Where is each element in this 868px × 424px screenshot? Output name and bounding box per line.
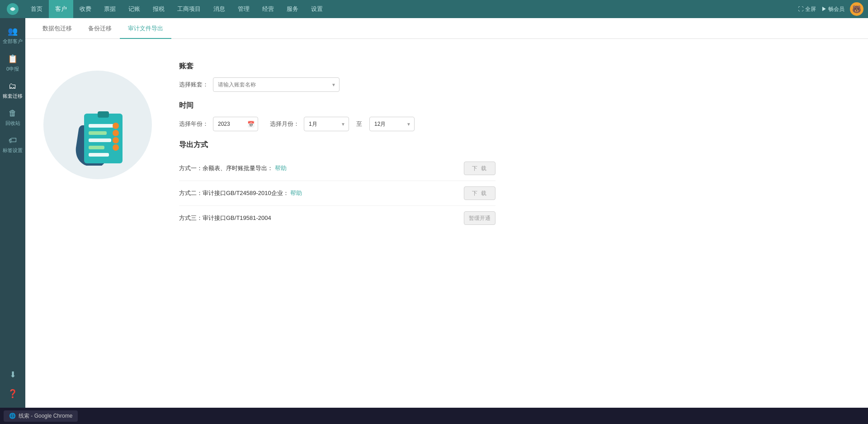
nav-business[interactable]: 工商项目 bbox=[171, 0, 207, 18]
migration-icon: 🗂 bbox=[9, 81, 17, 91]
tab-backup-migration[interactable]: 备份迁移 bbox=[80, 19, 120, 39]
export-section-title: 导出方式 bbox=[179, 140, 495, 150]
nav-messages[interactable]: 消息 bbox=[207, 0, 231, 18]
nav-home[interactable]: 首页 bbox=[24, 0, 49, 18]
main-content: 数据包迁移 备份迁移 审计文件导出 bbox=[25, 18, 868, 408]
sidebar-item-all-customers[interactable]: 👥 全部客户 bbox=[0, 22, 25, 49]
sidebar-item-recycle-label: 回收站 bbox=[5, 120, 20, 127]
tab-data-migration[interactable]: 数据包迁移 bbox=[34, 19, 80, 39]
method-3-unlock-btn[interactable]: 暂缓开通 bbox=[464, 211, 495, 225]
tabs-bar: 数据包迁移 备份迁移 审计文件导出 bbox=[25, 18, 868, 39]
chrome-icon: 🌐 bbox=[9, 413, 16, 419]
export-method-3: 方式三：审计接口GB/T19581-2004 暂缓开通 bbox=[179, 206, 495, 230]
sidebar-item-declaration[interactable]: 📋 0申报 bbox=[0, 49, 25, 77]
month-start-wrapper: 1月2月3月 4月5月6月 7月8月9月 10月11月12月 ▼ bbox=[304, 117, 349, 131]
method-1-download-btn[interactable]: 下 载 bbox=[464, 162, 495, 175]
method-3-label: 方式三：审计接口GB/T19581-2004 bbox=[179, 214, 271, 222]
illustration-circle bbox=[43, 71, 152, 179]
app-logo bbox=[5, 1, 21, 17]
account-label: 选择账套： bbox=[179, 81, 208, 89]
svg-rect-7 bbox=[89, 153, 109, 157]
svg-rect-3 bbox=[89, 124, 113, 128]
account-form-row: 选择账套： ▼ bbox=[179, 77, 495, 92]
month-end-select[interactable]: 1月2月3月 4月5月6月 7月8月9月 10月11月12月 bbox=[369, 117, 415, 131]
year-input[interactable] bbox=[213, 117, 258, 131]
taskbar: 🌐 线索 - Google Chrome bbox=[0, 408, 868, 424]
svg-point-10 bbox=[113, 137, 119, 143]
nav-customers[interactable]: 客户 bbox=[49, 0, 73, 18]
sidebar-item-declaration-label: 0申报 bbox=[6, 66, 19, 72]
top-navigation: 首页 客户 收费 票据 记账 报税 工商项目 消息 管理 经营 服务 设置 ⛶ … bbox=[0, 0, 868, 18]
svg-rect-4 bbox=[89, 131, 107, 135]
svg-point-11 bbox=[113, 144, 119, 151]
svg-point-8 bbox=[113, 123, 119, 129]
sidebar-item-migration-label: 账套迁移 bbox=[3, 93, 23, 100]
help-icon: ❓ bbox=[8, 389, 18, 399]
tag-icon: 🏷 bbox=[9, 136, 17, 145]
method-2-label: 方式二：审计接口GB/T24589-2010企业： 帮助 bbox=[179, 189, 302, 197]
sidebar-item-tag-label: 标签设置 bbox=[3, 147, 23, 154]
recycle-icon: 🗑 bbox=[9, 109, 17, 118]
taskbar-chrome-label: 线索 - Google Chrome bbox=[19, 412, 72, 420]
month-end-wrapper: 1月2月3月 4月5月6月 7月8月9月 10月11月12月 ▼ bbox=[369, 117, 415, 131]
vip-btn[interactable]: ▶ 畅会员 bbox=[821, 5, 844, 13]
year-label: 选择年份： bbox=[179, 120, 208, 128]
sidebar-item-all-customers-label: 全部客户 bbox=[3, 38, 23, 45]
nav-service[interactable]: 服务 bbox=[280, 0, 305, 18]
nav-management[interactable]: 管理 bbox=[231, 0, 256, 18]
tab-audit-export[interactable]: 审计文件导出 bbox=[120, 19, 171, 39]
user-avatar[interactable]: 🐻 bbox=[850, 2, 863, 16]
nav-accounting[interactable]: 记账 bbox=[122, 0, 146, 18]
svg-rect-2 bbox=[98, 111, 109, 118]
nav-invoices[interactable]: 票据 bbox=[98, 0, 122, 18]
year-input-wrapper: 📅 bbox=[213, 117, 258, 131]
declaration-icon: 📋 bbox=[8, 54, 18, 64]
top-nav-right: ⛶ 全屏 ▶ 畅会员 🐻 bbox=[798, 2, 863, 16]
form-section: 账套 选择账套： ▼ 时间 选择年份： 📅 bbox=[179, 52, 495, 394]
time-section-title: 时间 bbox=[179, 101, 495, 110]
method-1-label: 方式一：余额表、序时账批量导出： 帮助 bbox=[179, 164, 287, 172]
sidebar-help[interactable]: ❓ bbox=[0, 384, 25, 403]
svg-rect-6 bbox=[89, 146, 104, 149]
illustration-section bbox=[43, 52, 152, 394]
nav-fees[interactable]: 收费 bbox=[73, 0, 98, 18]
method-1-help-link[interactable]: 帮助 bbox=[275, 165, 287, 172]
sidebar-item-recycle[interactable]: 🗑 回收站 bbox=[0, 104, 25, 131]
account-select-wrapper: ▼ bbox=[213, 77, 340, 92]
month-start-select[interactable]: 1月2月3月 4月5月6月 7月8月9月 10月11月12月 bbox=[304, 117, 349, 131]
nav-operation[interactable]: 经营 bbox=[256, 0, 280, 18]
fullscreen-btn[interactable]: ⛶ 全屏 bbox=[798, 5, 816, 13]
svg-point-9 bbox=[113, 130, 119, 136]
export-method-2: 方式二：审计接口GB/T24589-2010企业： 帮助 下 载 bbox=[179, 181, 495, 206]
nav-tax[interactable]: 报税 bbox=[146, 0, 171, 18]
download-icon: ⬇ bbox=[9, 370, 16, 380]
sidebar: 👥 全部客户 📋 0申报 🗂 账套迁移 🗑 回收站 🏷 标签设置 ⬇ ❓ bbox=[0, 18, 25, 408]
nav-items: 首页 客户 收费 票据 记账 报税 工商项目 消息 管理 经营 服务 设置 bbox=[24, 0, 798, 18]
taskbar-chrome[interactable]: 🌐 线索 - Google Chrome bbox=[4, 410, 78, 422]
export-method-1: 方式一：余额表、序时账批量导出： 帮助 下 载 bbox=[179, 156, 495, 181]
content-area: 账套 选择账套： ▼ 时间 选择年份： 📅 bbox=[25, 39, 868, 408]
customers-icon: 👥 bbox=[8, 26, 18, 36]
sidebar-bottom: ⬇ ❓ bbox=[0, 365, 25, 408]
sidebar-download[interactable]: ⬇ bbox=[0, 365, 25, 384]
account-input[interactable] bbox=[213, 77, 340, 92]
nav-settings[interactable]: 设置 bbox=[305, 0, 329, 18]
to-separator: 至 bbox=[354, 120, 365, 128]
method-2-download-btn[interactable]: 下 载 bbox=[464, 186, 495, 200]
sidebar-item-migration[interactable]: 🗂 账套迁移 bbox=[0, 77, 25, 104]
app-body: 👥 全部客户 📋 0申报 🗂 账套迁移 🗑 回收站 🏷 标签设置 ⬇ ❓ bbox=[0, 18, 868, 408]
sidebar-item-tag-settings[interactable]: 🏷 标签设置 bbox=[0, 131, 25, 158]
month-label: 选择月份： bbox=[270, 120, 299, 128]
time-form-row: 选择年份： 📅 选择月份： 1月2月3月 4月5月6月 7月8月9月 10月11… bbox=[179, 117, 495, 131]
svg-rect-5 bbox=[89, 138, 111, 142]
method-2-help-link[interactable]: 帮助 bbox=[290, 190, 302, 196]
account-section-title: 账套 bbox=[179, 62, 495, 71]
